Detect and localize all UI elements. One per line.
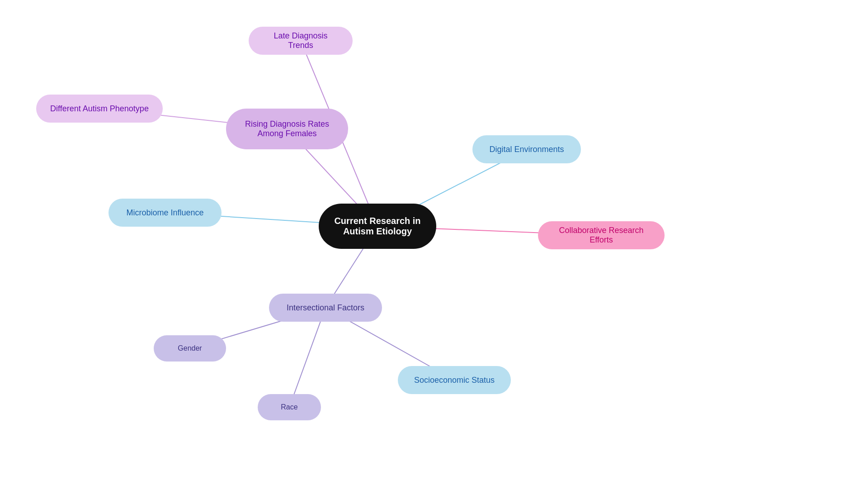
node-gender[interactable]: Gender	[154, 335, 226, 362]
node-different-autism[interactable]: Different Autism Phenotype	[36, 95, 163, 123]
node-intersectional[interactable]: Intersectional Factors	[269, 294, 382, 322]
connections-svg	[0, 0, 868, 490]
svg-line-8	[289, 308, 326, 407]
node-late-diagnosis[interactable]: Late Diagnosis Trends	[249, 27, 353, 55]
node-race[interactable]: Race	[258, 394, 321, 420]
mind-map-container: Current Research in Autism EtiologyLate …	[0, 0, 868, 490]
node-microbiome[interactable]: Microbiome Influence	[108, 199, 222, 227]
node-center[interactable]: Current Research in Autism Etiology	[319, 204, 436, 249]
node-digital-environments[interactable]: Digital Environments	[472, 135, 581, 163]
node-socioeconomic[interactable]: Socioeconomic Status	[398, 366, 511, 394]
node-collaborative-research[interactable]: Collaborative Research Efforts	[538, 221, 665, 249]
node-rising-diagnosis[interactable]: Rising Diagnosis Rates Among Females	[226, 109, 348, 149]
